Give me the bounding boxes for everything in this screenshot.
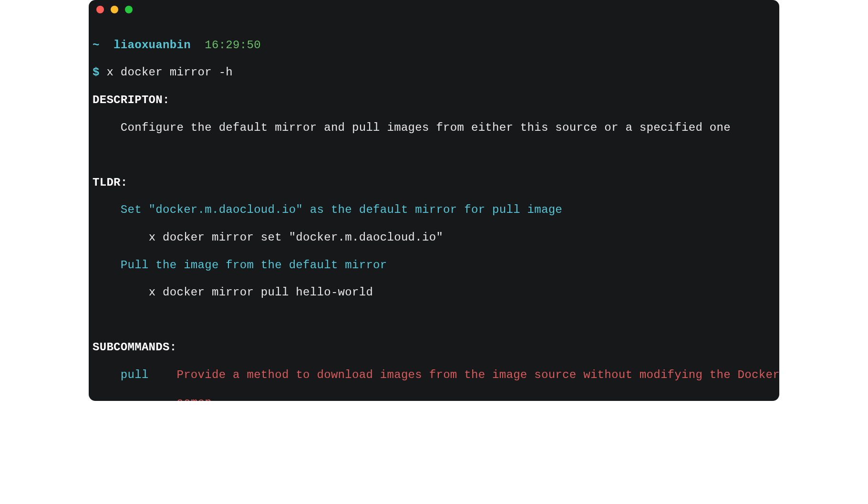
description-text: Configure the default mirror and pull im… xyxy=(93,121,775,135)
prompt-time: 16:29:50 xyxy=(205,39,261,52)
subcommand-desc: Provide a method to download images from… xyxy=(176,368,779,381)
blank-line xyxy=(93,148,775,162)
subcommand-pull: pull Provide a method to download images… xyxy=(93,368,775,382)
minimize-icon[interactable] xyxy=(111,6,118,13)
prompt-dollar: $ xyxy=(93,66,100,79)
maximize-icon[interactable] xyxy=(125,6,133,13)
terminal-window[interactable]: ~ liaoxuanbin 16:29:50 $ x docker mirror… xyxy=(89,0,779,401)
blank-line xyxy=(93,314,775,327)
tldr-item-1-title: Set "docker.m.daocloud.io" as the defaul… xyxy=(93,203,775,217)
command-line-1: $ x docker mirror -h xyxy=(93,66,775,80)
prompt-tilde: ~ xyxy=(93,39,100,52)
description-header: DESCRIPTON: xyxy=(93,94,775,107)
subcommands-header: SUBCOMMANDS: xyxy=(93,341,775,355)
titlebar xyxy=(89,0,779,19)
terminal-content[interactable]: ~ liaoxuanbin 16:29:50 $ x docker mirror… xyxy=(89,19,779,401)
prompt-line-1: ~ liaoxuanbin 16:29:50 xyxy=(93,39,775,52)
prompt-user: liaoxuanbin xyxy=(114,39,191,52)
command-text: x docker mirror -h xyxy=(106,66,233,79)
tldr-header: TLDR: xyxy=(93,176,775,190)
tldr-item-2-title: Pull the image from the default mirror xyxy=(93,259,775,273)
subcommand-name: pull xyxy=(121,368,149,381)
tldr-item-2-cmd: x docker mirror pull hello-world xyxy=(93,286,775,300)
subcommand-pull-cont: aemon. xyxy=(93,396,775,401)
tldr-item-1-cmd: x docker mirror set "docker.m.daocloud.i… xyxy=(93,231,775,245)
close-icon[interactable] xyxy=(96,6,104,13)
